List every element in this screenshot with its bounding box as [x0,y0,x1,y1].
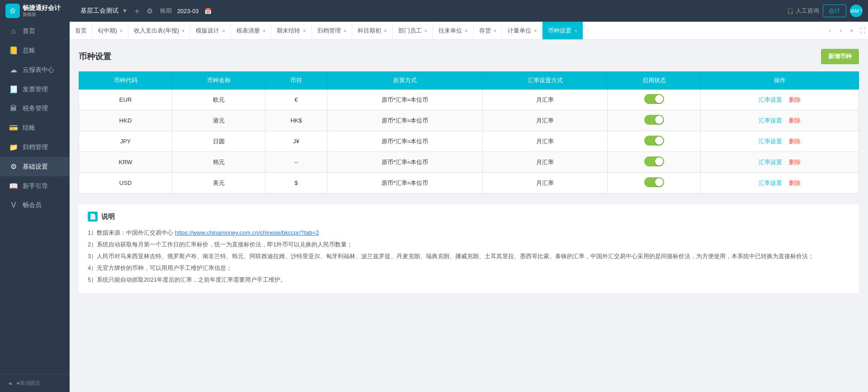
tab-close-archive[interactable]: × [344,28,346,33]
tab-archive[interactable]: 归档管理 × [312,22,352,40]
tab-middle-period[interactable]: €(中期) × [93,22,128,40]
notes-section: 📄 说明 1）数据来源：中国外汇交易中心 https://www.chinamo… [79,204,859,293]
tab-income-report[interactable]: 收入支出表(年报) × [128,22,190,40]
tab-counterpart[interactable]: 往来单位 × [433,22,473,40]
rate-settings-link-EUR[interactable]: 汇率设置 [759,96,782,103]
tab-close-middle-period[interactable]: × [120,28,123,33]
cell-code: JPY [79,131,172,152]
delete-link-EUR[interactable]: 删除 [789,96,801,103]
cell-code: KRW [79,152,172,173]
new-currency-button[interactable]: 新增币种 [821,49,859,64]
tab-close-subject[interactable]: × [384,28,387,33]
period-label: 账期 [160,7,172,15]
tab-label-home: 首页 [75,27,87,35]
tab-label-counterpart: 往来单位 [439,27,462,35]
calendar-icon[interactable]: 📅 [204,8,212,14]
dropdown-icon[interactable]: ▼ [122,8,127,14]
tab-department-staff[interactable]: 部门员工 × [393,22,433,40]
sidebar-label-home: 首页 [23,27,35,35]
cell-rate-method: 月汇率 [483,173,608,194]
sidebar-label-settings: 基础设置 [23,163,48,171]
rate-settings-link-USD[interactable]: 汇率设置 [759,179,782,186]
tab-currency-settings[interactable]: 币种设置 × [542,22,583,40]
tab-tax-schedule[interactable]: 税表清册 × [231,22,271,40]
toggle-enabled-USD[interactable] [644,177,664,187]
cell-symbol: € [265,90,327,110]
tab-inventory[interactable]: 存货 × [474,22,502,40]
cell-name: 日圆 [172,131,265,152]
cell-rate-method: 月汇率 [483,152,608,173]
tab-label-income-report: 收入支出表(年报) [134,27,179,35]
sidebar-label-guide: 新手引导 [23,182,48,190]
tab-home[interactable]: 首页 [70,22,93,40]
tab-close-all-button[interactable]: × [846,22,857,40]
note-item: 1）数据来源：中国外汇交易中心 https://www.chinamoney.c… [88,227,850,239]
page-title: 币种设置 [79,51,111,62]
rate-settings-link-HKD[interactable]: 汇率设置 [759,117,782,124]
guide-icon: 📖 [9,182,18,190]
tab-close-dept[interactable]: × [425,28,427,33]
sidebar-item-guide[interactable]: 📖 新手引导 [0,176,70,196]
tab-subject-initial[interactable]: 科目期初 × [352,22,392,40]
note-item: 3）人民币对马来西亚林吉特、俄罗斯卢布、南非兰特、韩元、阿联酋迪拉姆、沙特里亚尔… [88,250,850,262]
toggle-enabled-JPY[interactable] [644,136,664,146]
rate-settings-link-JPY[interactable]: 汇率设置 [759,138,782,145]
delete-link-JPY[interactable]: 删除 [789,138,801,145]
user-avatar[interactable]: iAM * [850,5,863,17]
toggle-enabled-EUR[interactable] [644,94,664,104]
table-row: JPY 日圆 J¥ 原币*汇率=本位币 月汇率 汇率设置 删除 [79,131,859,152]
cell-enabled [608,110,701,131]
tab-prev-button[interactable]: ‹ [825,22,835,40]
tab-expand-button[interactable]: ⛶ [857,22,868,40]
tab-period-end[interactable]: 期末结转 × [271,22,311,40]
tab-label-period-end: 期末结转 [277,27,300,35]
tab-close-counterpart[interactable]: × [465,28,467,33]
sidebar-pin-toggle[interactable]: ◄ ◄取消固定 [0,374,70,392]
cell-rate-method: 月汇率 [483,131,608,152]
tab-close-inventory[interactable]: × [494,28,496,33]
tab-close-unit[interactable]: × [534,28,537,33]
company-name[interactable]: 基层工会测试 [80,7,118,15]
customer-service-button[interactable]: 🎧 人工咨询 [787,7,819,15]
settings-icon[interactable]: ⚙ [146,7,153,15]
tab-label-subject: 科目期初 [358,27,381,35]
sidebar-item-invoice[interactable]: 🧾 发票管理 [0,80,70,99]
tab-label-template: 模版设计 [196,27,219,35]
note-item: 4）无官方牌价的币种，可以用用户手工维护汇率信息； [88,262,850,274]
sidebar-item-archive[interactable]: 📁 归档管理 [0,137,70,157]
logo-sub: 旗舰版 [23,11,61,18]
tab-label-tax: 税表清册 [236,27,260,35]
cell-symbol: J¥ [265,131,327,152]
tab-close-tax[interactable]: × [263,28,265,33]
cell-enabled [608,90,701,110]
tab-bar: 首页 €(中期) × 收入支出表(年报) × 模版设计 × 税表清册 × 期末结… [70,22,868,40]
toggle-enabled-KRW[interactable] [644,156,664,166]
sidebar-item-general-ledger[interactable]: 📒 总账 [0,41,70,60]
chinamoney-link[interactable]: https://www.chinamoney.com.cn/chinese/bk… [175,229,319,236]
sidebar-label-ledger: 总账 [23,47,35,55]
table-row: EUR 欧元 € 原币*汇率=本位币 月汇率 汇率设置 删除 [79,90,859,110]
tab-close-template[interactable]: × [222,28,225,33]
sidebar-item-member[interactable]: V 畅会员 [0,196,70,215]
tab-label-dept: 部门员工 [398,27,422,35]
sidebar-item-tax[interactable]: 🏛 税务管理 [0,99,70,118]
sidebar-item-checkout[interactable]: 💳 结账 [0,118,70,137]
tab-unit[interactable]: 计量单位 × [502,22,542,40]
sidebar-item-basic-settings[interactable]: ⚙ 基础设置 [0,157,70,176]
delete-link-KRW[interactable]: 删除 [789,159,801,165]
tab-template-design[interactable]: 模版设计 × [190,22,231,40]
tab-next-button[interactable]: › [835,22,846,40]
tab-close-income-report[interactable]: × [182,28,184,33]
sidebar-label-checkout: 结账 [23,124,35,132]
delete-link-HKD[interactable]: 删除 [789,117,801,124]
rate-settings-link-KRW[interactable]: 汇率设置 [759,159,782,165]
sidebar-item-cloud-report[interactable]: ☁ 云报表中心 [0,60,70,80]
kuaiji-button[interactable]: 会计 [823,5,846,17]
add-tab-button[interactable]: ＋ [133,5,141,16]
tab-close-period-end[interactable]: × [303,28,306,33]
toggle-enabled-HKD[interactable] [644,115,664,125]
tab-close-currency[interactable]: × [574,28,577,33]
sidebar-label-member: 畅会员 [23,201,42,209]
delete-link-USD[interactable]: 删除 [789,179,801,186]
sidebar-item-home[interactable]: ⌂ 首页 [0,22,70,41]
